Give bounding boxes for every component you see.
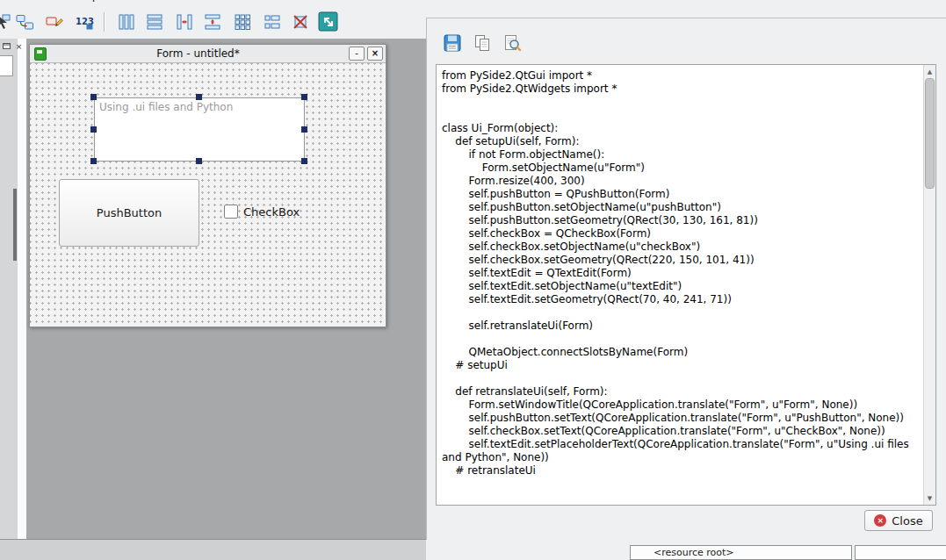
code-line [442,372,921,385]
adjust-size-button[interactable] [316,10,341,34]
code-line [442,96,921,109]
layout-splitter-vertical-button[interactable] [200,10,225,34]
code-line: Form.setObjectName(u"Form") [442,162,921,175]
selection-handle-bottom-center[interactable] [196,158,202,164]
resource-root-panel[interactable]: <resource root> [630,545,852,560]
form-minimize-button[interactable]: - [349,47,365,61]
code-line: self.textEdit.setGeometry(QRect(70, 40, … [442,293,921,306]
form-window-icon [34,47,47,61]
edit-widgets-icon [0,13,11,31]
selection-handle-bottom-right[interactable] [301,158,307,164]
code-line: self.checkBox.setText(QCoreApplication.t… [442,425,921,438]
code-line: self.retranslateUi(Form) [442,319,921,333]
scrollbar-up-button[interactable]: ▲ [924,66,935,77]
code-lines[interactable]: from PySide2.QtGui import *from PySide2.… [437,65,923,505]
code-line: self.pushButton.setObjectName(u"pushButt… [442,201,921,214]
edit-tab-order-icon: 123 [75,13,94,31]
resource-root-label: <resource root> [654,547,734,558]
left-dock-strip: × [0,39,26,539]
dock-close-button[interactable]: × [13,40,25,52]
dialog-toolbar [441,32,524,54]
close-button-icon: × [874,514,886,527]
code-line: QMetaObject.connectSlotsByName(Form) [442,346,921,359]
textedit-widget[interactable]: Using .ui files and Python [94,97,305,162]
code-line: self.textEdit.setObjectName(u"textEdit") [442,280,921,293]
layout-form-button[interactable] [260,10,285,34]
code-line: Form.resize(400, 300) [442,175,921,188]
menu-window[interactable]: Window [7,0,52,2]
code-scrollbar[interactable]: ▲ ▼ [923,65,935,505]
edit-signals-slots-button[interactable] [12,10,37,34]
canvas-bottom-strip [0,539,426,560]
selection-handle-mid-right[interactable] [301,126,307,133]
code-line: self.pushButton.setText(QCoreApplication… [442,412,921,425]
layout-horizontal-button[interactable] [114,10,139,34]
form-titlebar[interactable]: Form - untitled* - × [30,45,386,63]
break-layout-icon [292,13,309,31]
dock-float-icon [2,41,11,51]
break-layout-button[interactable] [288,10,313,34]
print-preview-icon [502,33,522,53]
code-line: self.checkBox.setGeometry(QRect(220, 150… [442,254,921,267]
scrollbar-down-button[interactable]: ▼ [924,492,935,504]
save-button[interactable] [441,32,464,54]
code-line: self.pushButton = QPushButton(Form) [442,188,921,201]
layout-splitter-vertical-icon [204,13,221,31]
print-preview-button[interactable] [501,32,524,54]
selection-handle-mid-left[interactable] [90,126,97,133]
code-preview-dialog: from PySide2.QtGui import *from PySide2.… [426,18,946,540]
selection-handle-top-left[interactable] [90,94,97,100]
menu-help[interactable]: Help [73,0,99,2]
copy-button[interactable] [471,32,494,54]
pushbutton-widget[interactable]: PushButton [59,179,199,247]
mdi-canvas: Form - untitled* - × Using .ui files and… [26,39,426,539]
textedit-placeholder: Using .ui files and Python [95,98,304,116]
form-body-grid[interactable]: Using .ui files and Python PushButton Ch… [30,63,386,327]
checkbox-widget[interactable]: CheckBox [224,205,300,219]
layout-splitter-horizontal-icon [176,13,193,31]
code-line [442,306,921,319]
checkbox-label: CheckBox [243,205,300,219]
code-line: # setupUi [442,359,921,372]
edit-buddies-button[interactable] [42,10,67,34]
selection-handle-bottom-left[interactable] [90,158,97,164]
code-line: and Python", None)) [442,451,921,464]
adjust-size-icon [318,11,339,32]
edit-signals-slots-icon [16,13,33,31]
selection-handle-top-right[interactable] [301,94,307,100]
code-line [442,109,921,122]
code-line [442,333,921,346]
save-icon [443,33,462,53]
layout-vertical-icon [146,13,163,31]
layout-grid-button[interactable] [230,10,255,34]
checkbox-box[interactable] [224,205,238,219]
form-window-title: Form - untitled* [50,47,346,60]
dock-float-button[interactable] [1,40,12,52]
layout-vertical-button[interactable] [142,10,167,34]
code-line: self.pushButton.setGeometry(QRect(30, 13… [442,214,921,227]
code-line: class Ui_Form(object): [442,122,921,135]
code-line: from PySide2.QtWidgets import * [442,83,921,96]
code-line: self.textEdit.setPlaceholderText(QCoreAp… [442,438,921,451]
designer-form-window[interactable]: Form - untitled* - × Using .ui files and… [29,44,386,327]
layout-horizontal-icon [118,13,135,31]
code-view: from PySide2.QtGui import *from PySide2.… [436,64,936,506]
widgetbox-filter-input[interactable] [0,55,13,76]
close-button-label: Close [892,514,922,528]
form-close-button[interactable]: × [367,47,383,61]
copy-icon [473,33,492,53]
layout-grid-icon [234,13,251,31]
dock-close-icon: × [16,42,23,51]
code-line: Form.setWindowTitle(QCoreApplication.tra… [442,398,921,412]
left-dock-scrollbar[interactable] [13,189,17,261]
selection-handle-top-center[interactable] [196,94,202,100]
close-button[interactable]: × Close [864,510,933,531]
code-line: def setupUi(self, Form): [442,135,921,148]
layout-splitter-horizontal-button[interactable] [172,10,197,34]
scrollbar-thumb[interactable] [925,78,935,189]
code-line: self.textEdit = QTextEdit(Form) [442,267,921,280]
code-line: if not Form.objectName(): [442,148,921,162]
code-line: self.checkBox.setObjectName(u"checkBox") [442,241,921,254]
code-line: # retranslateUi [442,464,921,477]
edit-tab-order-button[interactable]: 123 [72,10,97,34]
